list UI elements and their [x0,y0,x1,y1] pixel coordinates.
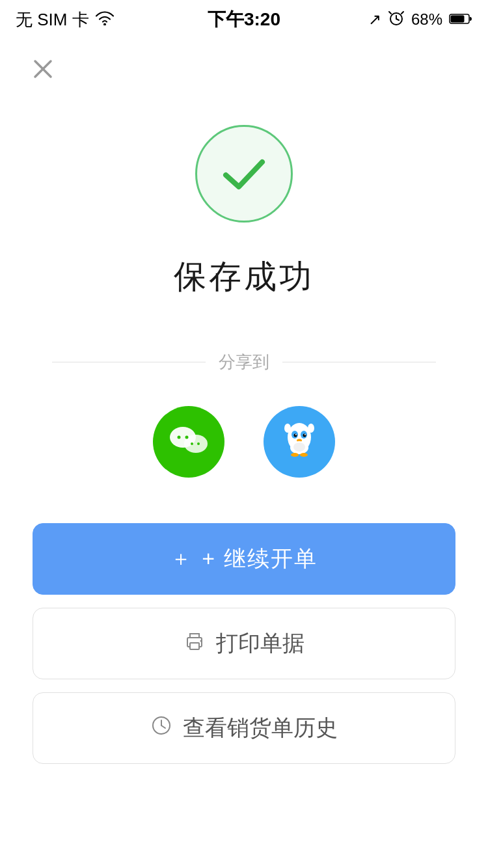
svg-point-19 [305,434,306,435]
status-left: 无 SIM 卡 [16,8,114,31]
print-button-label: 打印单据 [216,629,305,658]
svg-rect-4 [451,16,465,23]
history-button[interactable]: 查看销货单历史 [33,692,455,764]
continue-button[interactable]: ＋ + 继续开单 [33,523,455,595]
success-title: 保存成功 [174,255,314,299]
svg-point-29 [200,640,202,642]
share-divider-row: 分享到 [0,351,488,373]
carrier-text: 无 SIM 卡 [16,8,89,31]
svg-point-9 [178,436,181,439]
close-button-container [0,39,488,99]
battery-text: 68% [411,10,442,29]
svg-point-12 [197,442,200,445]
history-button-label: 查看销货单历史 [183,713,338,743]
success-section: 保存成功 [0,99,488,318]
svg-point-17 [303,434,306,437]
svg-point-16 [294,434,297,437]
svg-point-23 [291,453,299,457]
alarm-icon [388,9,405,30]
success-icon-circle [195,125,293,223]
wifi-icon [96,10,114,30]
share-divider-right [282,362,436,362]
status-time: 下午3:20 [208,7,280,32]
svg-point-26 [308,424,314,433]
svg-point-11 [191,442,193,445]
location-icon: ↗ [368,10,381,29]
action-buttons: ＋ + 继续开单 打印单据 查看销货单历史 [0,504,488,764]
share-divider-left [52,362,206,362]
continue-button-label: + 继续开单 [202,544,317,574]
clock-icon [150,714,172,742]
plus-icon: ＋ [170,545,191,573]
svg-point-24 [300,453,308,457]
print-icon [183,630,206,657]
print-button[interactable]: 打印单据 [33,608,455,679]
share-section: 分享到 [0,318,488,504]
svg-point-18 [295,434,297,435]
svg-rect-28 [190,643,199,649]
svg-point-10 [185,436,189,439]
svg-line-32 [161,726,165,728]
share-label: 分享到 [206,351,282,373]
close-button[interactable] [26,52,60,86]
svg-point-22 [293,442,305,452]
battery-icon [449,10,472,29]
svg-point-25 [284,424,291,433]
share-icons-row [153,406,335,478]
status-bar: 无 SIM 卡 下午3:20 ↗ 68% [0,0,488,39]
svg-line-2 [396,19,399,20]
qq-share-button[interactable] [264,406,335,478]
wechat-share-button[interactable] [153,406,224,478]
status-right: ↗ 68% [368,9,472,30]
